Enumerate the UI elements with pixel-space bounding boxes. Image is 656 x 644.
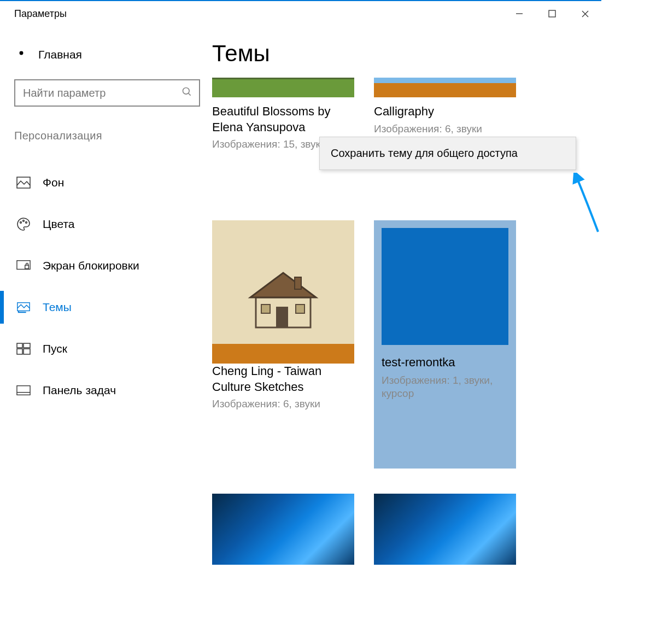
svg-marker-21 — [250, 273, 316, 297]
close-button[interactable] — [569, 1, 601, 26]
category-label: Персонализация — [14, 130, 208, 142]
theme-tile-selected[interactable]: test-remontka Изображения: 1, звуки, кур… — [374, 220, 516, 469]
home-label: Главная — [38, 48, 82, 61]
svg-rect-15 — [24, 343, 30, 348]
minimize-button[interactable] — [503, 1, 536, 26]
theme-title: test-remontka — [382, 355, 508, 371]
palette-icon — [16, 217, 31, 231]
svg-rect-22 — [276, 307, 288, 327]
search-input[interactable] — [23, 87, 176, 99]
svg-rect-24 — [296, 305, 304, 313]
window-title: Параметры — [14, 8, 67, 20]
window-controls — [503, 1, 601, 26]
theme-thumbnail[interactable] — [212, 494, 354, 565]
sidebar-item-lockscreen[interactable]: Экран блокировки — [14, 245, 208, 286]
svg-rect-18 — [17, 386, 30, 395]
svg-point-5 — [183, 88, 190, 95]
lockscreen-icon — [16, 260, 31, 272]
theme-tile[interactable]: Cheng Ling - Taiwan Culture Sketches Изо… — [212, 220, 354, 469]
svg-point-4 — [20, 51, 24, 55]
search-icon — [181, 86, 192, 99]
theme-thumbnail — [374, 78, 516, 97]
sidebar-item-themes[interactable]: Темы — [14, 286, 208, 328]
sidebar-item-label: Панель задач — [43, 384, 116, 397]
sidebar-item-label: Пуск — [43, 342, 67, 355]
svg-point-9 — [23, 220, 25, 222]
theme-thumbnail — [212, 220, 354, 364]
sidebar-item-label: Экран блокировки — [43, 259, 139, 272]
svg-rect-12 — [25, 265, 29, 269]
page-title: Темы — [212, 40, 590, 67]
svg-rect-23 — [261, 305, 270, 313]
sidebar-item-label: Темы — [43, 301, 72, 314]
svg-rect-1 — [549, 10, 555, 17]
theme-title: Cheng Ling - Taiwan Culture Sketches — [212, 364, 354, 395]
start-icon — [16, 343, 31, 355]
search-input-wrap[interactable] — [14, 79, 200, 107]
svg-point-8 — [20, 222, 22, 224]
theme-meta: Изображения: 6, звуки — [212, 398, 354, 410]
sidebar-item-colors[interactable]: Цвета — [14, 203, 208, 245]
svg-rect-17 — [24, 349, 30, 354]
theme-title: Beautiful Blossoms by Elena Yansupova — [212, 104, 354, 135]
annotation-arrow-icon — [572, 173, 605, 238]
svg-rect-16 — [17, 349, 22, 354]
ctx-save-theme[interactable]: Сохранить тему для общего доступа — [320, 137, 576, 169]
image-icon — [16, 177, 31, 189]
svg-rect-14 — [17, 343, 22, 348]
sidebar-item-label: Фон — [43, 176, 64, 189]
svg-line-6 — [189, 93, 191, 96]
taskbar-icon — [16, 385, 31, 396]
theme-thumbnail: test-remontka Изображения: 1, звуки, кур… — [374, 220, 516, 469]
sidebar-item-label: Цвета — [43, 218, 75, 231]
theme-thumbnail[interactable] — [374, 494, 516, 565]
theme-meta: Изображения: 6, звуки — [374, 123, 516, 135]
svg-rect-25 — [295, 277, 301, 289]
sidebar-item-start[interactable]: Пуск — [14, 328, 208, 370]
theme-thumbnail — [212, 78, 354, 97]
theme-title: Calligraphy — [374, 104, 516, 120]
sidebar-item-background[interactable]: Фон — [14, 162, 208, 203]
svg-point-10 — [26, 222, 27, 224]
home-link[interactable]: Главная — [14, 46, 208, 63]
theme-meta: Изображения: 1, звуки, курсор — [382, 374, 508, 401]
maximize-button[interactable] — [536, 1, 569, 26]
sidebar-item-taskbar[interactable]: Панель задач — [14, 370, 208, 411]
gear-icon — [14, 46, 28, 63]
context-menu: Сохранить тему для общего доступа — [319, 137, 576, 170]
themes-icon — [16, 301, 31, 314]
